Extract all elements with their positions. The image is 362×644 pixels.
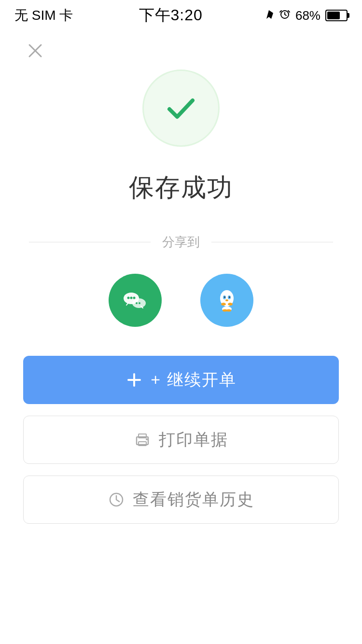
carrier-label: 无 SIM 卡 <box>14 6 73 25</box>
svg-point-17 <box>221 303 226 306</box>
share-icons <box>109 274 253 327</box>
divider-line-left <box>29 242 151 242</box>
print-label: 打印单据 <box>159 429 228 451</box>
alarm-icon <box>279 8 291 23</box>
status-bar: 无 SIM 卡 下午3:20 68% <box>0 0 362 31</box>
svg-point-20 <box>226 309 231 312</box>
printer-icon <box>134 431 151 448</box>
clock-icon <box>108 491 125 508</box>
plus-icon <box>125 371 143 389</box>
svg-point-9 <box>139 302 140 304</box>
location-icon <box>264 8 274 23</box>
svg-point-5 <box>127 297 130 299</box>
continue-label: + 继续开单 <box>151 369 236 391</box>
print-button[interactable]: 打印单据 <box>23 416 339 464</box>
share-section: 分享到 <box>0 234 362 327</box>
svg-point-16 <box>225 299 228 301</box>
status-time: 下午3:20 <box>139 5 203 26</box>
status-left: 无 SIM 卡 <box>14 6 78 25</box>
share-label: 分享到 <box>151 234 211 251</box>
action-buttons: + 继续开单 打印单据 查看销货单历史 <box>0 356 362 524</box>
svg-point-7 <box>133 297 136 299</box>
svg-point-13 <box>224 296 225 298</box>
svg-point-6 <box>130 297 133 299</box>
qq-share-button[interactable] <box>200 274 253 327</box>
share-divider: 分享到 <box>0 234 362 251</box>
svg-point-15 <box>229 296 230 298</box>
main-content: 保存成功 分享到 <box>0 31 362 524</box>
close-button[interactable] <box>23 39 47 63</box>
history-label: 查看销货单历史 <box>133 489 254 511</box>
svg-point-8 <box>136 302 138 304</box>
svg-point-18 <box>228 303 233 306</box>
battery-percent: 68% <box>295 8 320 23</box>
history-button[interactable]: 查看销货单历史 <box>23 476 339 524</box>
battery-icon <box>325 10 348 21</box>
status-right: 68% <box>264 8 348 23</box>
svg-point-26 <box>146 438 148 440</box>
continue-button[interactable]: + 继续开单 <box>23 356 339 404</box>
success-title: 保存成功 <box>129 171 233 205</box>
divider-line-right <box>211 242 333 242</box>
wechat-share-button[interactable] <box>109 274 162 327</box>
success-circle <box>142 70 220 147</box>
